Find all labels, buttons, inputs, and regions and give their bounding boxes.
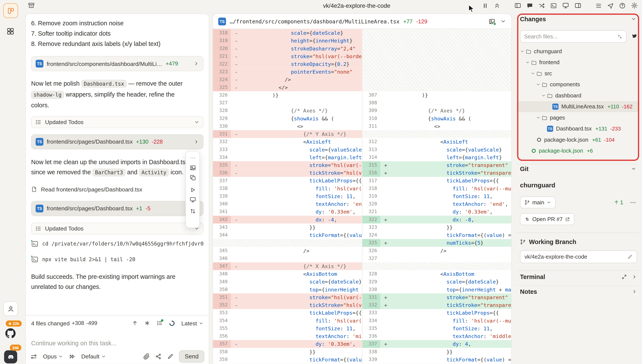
tree-folder-frontend[interactable]: frontend <box>517 57 639 68</box>
tree-folder-components[interactable]: components <box>517 79 639 90</box>
branch-selector[interactable]: main <box>520 196 556 208</box>
paperclip-icon[interactable] <box>143 353 150 360</box>
folder-icon <box>526 48 531 54</box>
diff-line-number: 325 <box>213 84 231 91</box>
terminal-command-row[interactable]: cd /private/var/folders/10/h7w0q46556ggr… <box>31 240 204 247</box>
asterisk-icon[interactable] <box>144 320 150 326</box>
tree-file-Dashboard.tsx[interactable]: TSDashboard.tsx+131-233 <box>517 123 639 134</box>
diff-code: tickFormat={(value) => <box>391 356 511 363</box>
tree-folder-churnguard[interactable]: churnguard <box>517 46 639 57</box>
pencil-icon[interactable] <box>627 254 632 260</box>
model-dropdown[interactable]: Opus <box>43 353 63 360</box>
terminal-section-header[interactable]: Terminal <box>520 274 637 280</box>
archive-icon[interactable] <box>28 2 35 9</box>
branch-name: main <box>532 200 544 206</box>
search-input[interactable]: Search files... <box>520 30 626 42</box>
diff-marker <box>231 231 242 239</box>
updated-todos-row[interactable]: Updated Todos <box>31 222 204 234</box>
diff-marker <box>231 200 242 208</box>
removed-count: -162 <box>622 104 632 110</box>
diff-row: 307 )} <box>362 91 511 99</box>
diff-code: numTicks={5} <box>391 239 511 247</box>
changes-title: Changes <box>520 16 546 22</box>
ts-file-icon: TS <box>547 126 553 132</box>
more-options-icon[interactable] <box>630 199 636 206</box>
diff-marker <box>231 177 242 184</box>
tree-folder-src[interactable]: src <box>517 68 639 79</box>
changes-section-header[interactable]: Changes <box>520 16 636 22</box>
diff-code: scale={valueScale} <box>242 146 362 154</box>
diff-old-column[interactable]: 318- scale={dateScale}319- height={inner… <box>213 29 362 364</box>
read-file-row[interactable]: Read frontend/src/pages/Dashboard.tsx <box>31 186 204 193</box>
diff-row: 329 {showAxis && ( <box>213 114 362 122</box>
todos-status-icon[interactable] <box>156 320 163 326</box>
diff-row: 334 fill: 'hsl(var(--muted-foreground))'… <box>362 317 511 324</box>
expand-icon[interactable] <box>621 274 627 280</box>
diff-marker <box>380 114 391 122</box>
tree-file-MultiLineArea.tsx[interactable]: TSMultiLineArea.tsx+110-162 <box>517 101 639 112</box>
diff-row: 333 tickLabelProps={{ <box>362 309 511 317</box>
collapse-all-icon[interactable] <box>494 2 500 9</box>
paragraph-text: — remove the outer <box>127 80 183 87</box>
mode-dropdown[interactable]: Default <box>81 353 106 360</box>
working-branch-input[interactable]: vk/4e2a-explore-the-code <box>520 250 637 263</box>
fast-forward-icon[interactable] <box>69 353 76 360</box>
file-change-chip[interactable]: TS frontend/src/pages/Dashboard.tsx +130… <box>31 134 204 150</box>
sliders-icon[interactable] <box>30 353 37 360</box>
diff-line-number: 327 <box>362 254 380 262</box>
discord-icon[interactable] <box>4 350 17 363</box>
pause-icon[interactable] <box>482 2 488 9</box>
share-nodes-icon[interactable] <box>155 353 162 360</box>
chevron-right-icon[interactable] <box>632 274 637 280</box>
tree-file-package-lock.json[interactable]: package-lock.json+6 <box>517 145 639 156</box>
github-stars-badge[interactable]: ★ 22k <box>6 320 22 327</box>
view-toggle-icon[interactable] <box>488 18 495 25</box>
run-icon[interactable] <box>189 187 196 194</box>
up-arrow-icon[interactable] <box>132 320 138 326</box>
bird-icon[interactable] <box>630 33 637 40</box>
notes-section-header[interactable]: Notes <box>520 288 637 295</box>
copy-icon[interactable] <box>189 174 196 181</box>
file-change-chip[interactable]: TS frontend/src/components/dashboard/Mul… <box>31 56 204 71</box>
diff-line-number: 310 <box>362 114 380 122</box>
chevron-down-icon[interactable] <box>631 16 636 22</box>
github-icon[interactable] <box>5 328 16 339</box>
diff-marker <box>231 247 242 254</box>
diff-row: 349 scale={dateScale} <box>213 278 362 286</box>
diff-line-number: 356 <box>213 332 231 340</box>
diff-code: textAnchor: 'middle', <box>391 332 511 340</box>
diff-marker <box>380 107 391 114</box>
tree-file-package-lock.json[interactable]: package-lock.json+61-104 <box>517 134 639 145</box>
open-pr-button[interactable]: Open PR #7 <box>520 213 574 225</box>
file-change-chip[interactable]: TS frontend/src/pages/Dashboard.tsx +1 -… <box>31 201 204 216</box>
chevron-down-icon[interactable] <box>500 18 506 24</box>
diff-row: 339 fontSize: 11, <box>213 192 362 200</box>
tree-folder-pages[interactable]: pages <box>517 112 639 123</box>
discord-count-badge[interactable]: 346 <box>10 345 21 351</box>
image-icon[interactable] <box>189 164 196 171</box>
diff-new-column[interactable]: 307 )}308309 {/* Axes */}310 {showAxis &… <box>362 29 511 364</box>
pen-icon[interactable] <box>167 353 174 360</box>
grid-icon[interactable] <box>6 27 15 36</box>
chevron-down-icon[interactable] <box>631 166 636 172</box>
git-section-header[interactable]: Git <box>520 165 636 172</box>
chat-transcript: 6. Remove zoom instruction noise 7. Soft… <box>26 14 209 292</box>
chevron-right-icon[interactable] <box>632 289 637 294</box>
compare-icon[interactable] <box>189 208 196 214</box>
diff-row: 343 }} <box>213 224 362 231</box>
updated-todos-row[interactable]: Updated Todos <box>31 116 204 128</box>
collapse-inward-icon[interactable] <box>617 34 622 39</box>
app-logo[interactable] <box>3 3 18 18</box>
more-options-icon[interactable] <box>189 155 196 162</box>
account-icon[interactable] <box>3 301 18 316</box>
send-button[interactable]: Send <box>179 350 204 362</box>
diff-line-number: 307 <box>362 91 380 99</box>
tree-folder-dashboard[interactable]: dashboard <box>517 90 639 101</box>
chat-input[interactable]: Continue working on this task... <box>31 340 116 346</box>
diff-line-number: 321 <box>213 52 231 60</box>
diff-line-number: 334 <box>213 154 231 161</box>
preview-icon[interactable] <box>189 196 196 203</box>
terminal-command-row[interactable]: npx vite build 2>&1 | tail -20 <box>31 256 204 263</box>
diff-marker: - <box>231 262 242 270</box>
version-dropdown[interactable]: Latest <box>181 320 203 326</box>
